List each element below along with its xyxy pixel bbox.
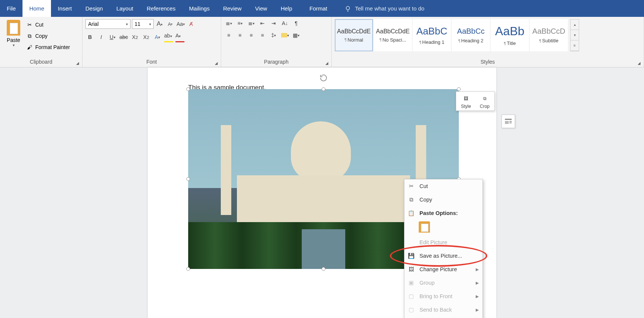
text-effects-button[interactable]: A▾ — [153, 33, 162, 42]
paste-option-picture[interactable] — [419, 221, 430, 233]
bold-button[interactable]: B — [85, 33, 94, 42]
paste-button[interactable]: Paste ▾ — [3, 19, 24, 47]
mini-crop-button[interactable]: ⧉ Crop — [476, 93, 493, 109]
multilevel-list-button[interactable]: ≣▾ — [247, 19, 256, 27]
shrink-font-button[interactable]: A▾ — [166, 19, 175, 28]
menu-help[interactable]: Help — [274, 0, 299, 17]
tell-me-search[interactable]: Tell me what you want to do — [344, 0, 424, 17]
ribbon: Paste ▾ ✂ Cut ⧉ Copy 🖌 Format Painter Cl… — [0, 17, 644, 67]
menu-file[interactable]: File — [0, 0, 22, 17]
show-marks-button[interactable]: ¶ — [292, 19, 301, 27]
svg-rect-6 — [509, 122, 512, 123]
menu-view[interactable]: View — [248, 0, 274, 17]
italic-button[interactable]: I — [97, 33, 106, 42]
bring-front-icon: ▢ — [407, 293, 415, 300]
highlight-button[interactable]: ab▾ — [164, 33, 173, 42]
menu-insert[interactable]: Insert — [51, 0, 79, 17]
group-paragraph: ≣▾ ≡▾ ≣▾ ⇤ ⇥ A↓ ¶ ≡ ≡ ≡ ≡ ‡▾ ▾ ▦▾ — [221, 17, 332, 67]
menu-references[interactable]: References — [140, 0, 182, 17]
font-size-select[interactable]: 11▾ — [132, 19, 154, 29]
format-painter-button[interactable]: 🖌 Format Painter — [26, 42, 70, 52]
style-heading-2[interactable]: AaBbCc ¶Heading 2 — [452, 19, 490, 51]
menu-mailings[interactable]: Mailings — [182, 0, 216, 17]
chevron-down-icon: ▾ — [149, 22, 151, 26]
menu-design[interactable]: Design — [79, 0, 110, 17]
decrease-indent-button[interactable]: ⇤ — [258, 19, 267, 27]
styles-scroll[interactable]: ▴ ▾ ≡ — [570, 19, 579, 51]
group-label-paragraph: Paragraph — [221, 58, 331, 67]
underline-button[interactable]: U▾ — [108, 33, 117, 42]
change-picture-icon: 🖼 — [407, 266, 415, 273]
group-label-styles: Styles — [332, 58, 644, 67]
bullets-button[interactable]: ≣▾ — [224, 19, 233, 27]
svg-rect-4 — [505, 121, 509, 124]
line-spacing-button[interactable]: ‡▾ — [269, 31, 278, 39]
scissors-icon: ✂ — [407, 182, 415, 190]
strikethrough-button[interactable]: abc — [119, 33, 128, 42]
ctx-link[interactable]: 🔗 Link — [404, 317, 482, 318]
sort-button[interactable]: A↓ — [280, 19, 289, 27]
resize-handle[interactable] — [186, 177, 190, 181]
copy-button[interactable]: ⧉ Copy — [26, 31, 70, 41]
ctx-change-picture[interactable]: 🖼 Change Picture ▶ — [404, 263, 482, 276]
menu-layout[interactable]: Layout — [109, 0, 140, 17]
resize-handle[interactable] — [322, 267, 325, 271]
clear-formatting-button[interactable]: A̸ — [187, 19, 196, 28]
dialog-launcher-clipboard[interactable]: ◢ — [76, 61, 81, 66]
group-styles: AaBbCcDdE ¶Normal AaBbCcDdE ¶No Spaci...… — [332, 17, 644, 67]
chevron-down-icon: ▾ — [13, 43, 15, 47]
menu-home[interactable]: Home — [22, 0, 51, 17]
ctx-cut[interactable]: ✂ Cut — [404, 179, 482, 193]
borders-button[interactable]: ▦▾ — [292, 31, 301, 39]
submenu-arrow-icon: ▶ — [476, 308, 479, 312]
context-menu: ✂ Cut ⧉ Copy 📋 Paste Options: Edit Pictu… — [404, 179, 483, 318]
font-name-select[interactable]: Arial▾ — [85, 19, 130, 29]
style-subtitle[interactable]: AaBbCcD ¶Subtitle — [530, 19, 568, 51]
cut-button[interactable]: ✂ Cut — [26, 20, 70, 30]
align-center-button[interactable]: ≡ — [235, 31, 244, 39]
resize-handle[interactable] — [186, 267, 190, 271]
justify-button[interactable]: ≡ — [258, 31, 267, 39]
grow-font-button[interactable]: A▴ — [155, 19, 164, 28]
submenu-arrow-icon: ▶ — [476, 267, 479, 272]
dialog-launcher-paragraph[interactable]: ◢ — [325, 61, 330, 66]
dialog-launcher-styles[interactable]: ◢ — [638, 61, 642, 66]
style-normal[interactable]: AaBbCcDdE ¶Normal — [335, 19, 373, 51]
ctx-copy[interactable]: ⧉ Copy — [404, 193, 482, 206]
resize-handle[interactable] — [186, 87, 190, 91]
group-font: Arial▾ 11▾ A▴ A▾ Aa▾ A̸ B I U▾ abc X2 — [82, 17, 221, 67]
group-label-font: Font — [82, 58, 221, 67]
more-styles-icon[interactable]: ≡ — [571, 40, 579, 51]
increase-indent-button[interactable]: ⇥ — [269, 19, 278, 27]
mini-style-button[interactable]: 🖼 Style — [458, 93, 474, 109]
superscript-button[interactable]: X2 — [142, 33, 151, 42]
align-left-button[interactable]: ≡ — [224, 31, 233, 39]
chevron-down-icon[interactable]: ▾ — [571, 30, 579, 40]
style-no-spacing[interactable]: AaBbCcDdE ¶No Spaci... — [374, 19, 412, 51]
paste-icon: 📋 — [407, 209, 415, 217]
mini-toolbar: 🖼 Style ⧉ Crop — [456, 91, 495, 111]
svg-point-0 — [346, 6, 350, 10]
resize-handle[interactable] — [457, 87, 461, 91]
brush-icon: 🖌 — [26, 44, 33, 51]
picture-style-icon: 🖼 — [461, 93, 471, 104]
numbering-button[interactable]: ≡▾ — [235, 19, 244, 27]
rotate-handle-icon[interactable] — [319, 73, 328, 82]
subscript-button[interactable]: X2 — [130, 33, 139, 42]
copy-icon: ⧉ — [407, 196, 415, 203]
menu-format[interactable]: Format — [303, 0, 334, 17]
align-right-button[interactable]: ≡ — [247, 31, 256, 39]
dialog-launcher-font[interactable]: ◢ — [215, 61, 219, 66]
change-case-button[interactable]: Aa▾ — [176, 19, 185, 28]
font-color-button[interactable]: A▾ — [175, 33, 184, 42]
layout-options-button[interactable] — [502, 115, 515, 128]
ctx-save-as-picture[interactable]: 💾 Save as Picture... — [404, 249, 482, 263]
copy-icon: ⧉ — [26, 33, 33, 39]
shading-button[interactable]: ▾ — [280, 31, 289, 39]
style-title[interactable]: AaBb ¶Title — [491, 19, 529, 51]
style-heading-1[interactable]: AaBbC ¶Heading 1 — [413, 19, 451, 51]
menu-review[interactable]: Review — [216, 0, 248, 17]
chevron-up-icon[interactable]: ▴ — [571, 19, 579, 30]
resize-handle[interactable] — [322, 87, 325, 91]
paint-bucket-icon — [281, 33, 287, 37]
